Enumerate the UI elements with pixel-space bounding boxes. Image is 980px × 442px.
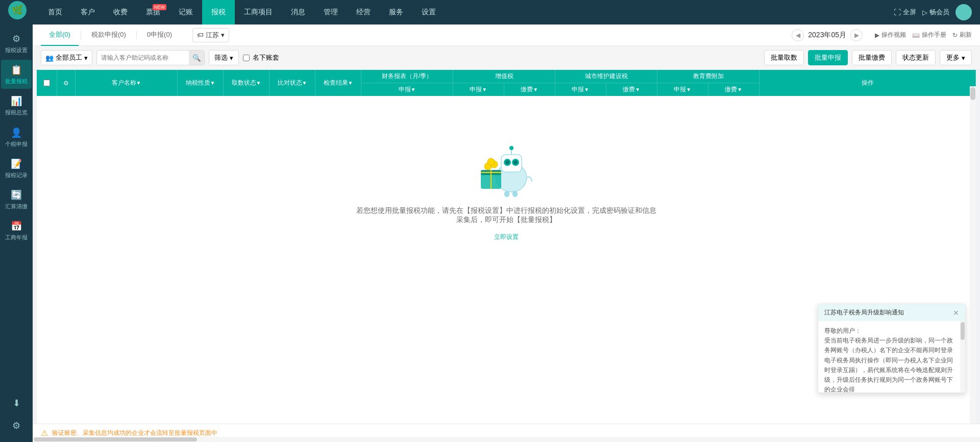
vat-pay-filter[interactable]: ▼ (533, 87, 538, 92)
city-tax-subs: 申报▼ 缴费▼ (555, 83, 657, 96)
refresh-btn[interactable]: ↻ 刷新 (952, 31, 972, 39)
prev-month-btn[interactable]: ◀ (792, 29, 804, 41)
th-operations: 操作 (760, 70, 976, 96)
select-all-checkbox[interactable] (43, 80, 50, 86)
filter-chevron-icon: ▾ (230, 54, 233, 62)
annual-report-icon: 📅 (10, 220, 22, 232)
search-button[interactable]: 🔍 (189, 50, 204, 65)
th-city-declare: 申报▼ (555, 83, 606, 96)
user-avatar[interactable] (955, 4, 972, 20)
th-edu-declare: 申报▼ (657, 83, 708, 96)
tab-all[interactable]: 全部(0) (41, 24, 79, 46)
nav-invoice[interactable]: 票据 NEW (137, 0, 169, 24)
more-btn[interactable]: 更多 ▾ (940, 50, 972, 65)
main-layout: ⚙ 报税设置 📋 批量报税 📊 报税总览 👤 个税申报 📝 报税记录 🔄 汇算清… (0, 24, 980, 442)
table-header: ⚙ 客户名称 ▼ 纳税性质 ▼ 取数状态 ▼ 比对状态 (37, 70, 976, 96)
batch-fetch-btn[interactable]: 批量取数 (764, 50, 804, 65)
th-financial-declare: 申报▼ (361, 83, 453, 96)
nav-client[interactable]: 客户 (71, 0, 104, 24)
city-pay-filter[interactable]: ▼ (635, 87, 640, 92)
th-edu-group: 教育费附加 申报▼ 缴费▼ (657, 70, 760, 96)
search-icon: 🔍 (192, 54, 201, 62)
user-settings-icon: ⚙ (10, 420, 22, 432)
setup-link[interactable]: 立即设置 (494, 233, 519, 241)
sidebar-item-tax-settings[interactable]: ⚙ 报税设置 (1, 29, 32, 58)
member-btn[interactable]: ▷ 畅会员 (922, 8, 949, 17)
city-declare-filter[interactable]: ▼ (584, 87, 589, 92)
sidebar-item-annual-report[interactable]: 📅 工商年报 (1, 216, 32, 245)
nav-tax[interactable]: 报税 (202, 0, 235, 24)
svg-rect-9 (512, 191, 518, 197)
search-input[interactable] (97, 54, 189, 61)
download-icon: ⬇ (10, 397, 22, 409)
th-tax-type: 纳税性质 ▼ (178, 70, 224, 96)
nav-business[interactable]: 工商项目 (235, 0, 282, 24)
tab-zero-declaration[interactable]: 0申报(0) (139, 24, 180, 46)
nav-menu: 首页 客户 收费 票据 NEW 记账 报税 工商项目 消息 管理 经营 服务 设… (39, 0, 894, 24)
customer-name-filter-icon[interactable]: ▼ (136, 80, 141, 86)
nav-service[interactable]: 服务 (380, 0, 412, 24)
tax-type-filter-icon[interactable]: ▼ (210, 80, 215, 86)
tax-record-icon: 📝 (10, 158, 22, 170)
sidebar-item-batch-tax[interactable]: 📋 批量报税 (1, 60, 32, 89)
notification-popup: 江苏电子税务局升级影响通知 ✕ 尊敬的用户： 受当前电子税务局进一步升级的影响，… (818, 304, 966, 393)
sidebar-item-tax-overview[interactable]: 📊 报税总览 (1, 91, 32, 120)
vat-declare-filter[interactable]: ▼ (482, 87, 487, 92)
tax-settings-icon: ⚙ (10, 33, 22, 45)
th-settings[interactable]: ⚙ (57, 70, 76, 96)
h-scroll-thumb (34, 437, 197, 441)
edu-pay-filter[interactable]: ▼ (737, 87, 742, 92)
video-tutorial-btn[interactable]: ▶ 操作视频 (875, 31, 906, 39)
main-v-scrollbar[interactable] (970, 86, 976, 424)
nav-home[interactable]: 首页 (39, 0, 71, 24)
sidebar-item-tax-record[interactable]: 📝 报税记录 (1, 154, 32, 183)
batch-pay-btn[interactable]: 批量缴费 (852, 50, 892, 65)
check-result-filter-icon[interactable]: ▼ (348, 80, 353, 86)
nav-management[interactable]: 管理 (314, 0, 347, 24)
sidebar-download[interactable]: ⬇ (1, 393, 32, 413)
nav-operations[interactable]: 经营 (347, 0, 380, 24)
tab-right-actions: ▶ 操作视频 📖 操作手册 ↻ 刷新 (875, 31, 972, 39)
notification-close-btn[interactable]: ✕ (953, 309, 959, 317)
account-checkbox-label[interactable]: 名下账套 (243, 53, 279, 62)
search-box: 🔍 (96, 50, 205, 65)
next-month-btn[interactable]: ▶ (850, 29, 863, 41)
sidebar-item-personal-tax[interactable]: 👤 个税申报 (1, 122, 32, 152)
status-update-btn[interactable]: 状态更新 (896, 50, 936, 65)
fetch-status-filter-icon[interactable]: ▼ (256, 80, 261, 86)
nav-bookkeeping[interactable]: 记账 (169, 0, 202, 24)
table-area: ⚙ 客户名称 ▼ 纳税性质 ▼ 取数状态 ▼ 比对状态 (37, 70, 976, 424)
edu-declare-filter[interactable]: ▼ (686, 87, 691, 92)
fullscreen-btn[interactable]: ⛶ 全屏 (894, 8, 916, 17)
filter-btn[interactable]: 筛选 ▾ (209, 50, 239, 65)
manual-btn[interactable]: 📖 操作手册 (912, 31, 946, 39)
main-content: 全部(0) 税款申报(0) 0申报(0) 🏷 江苏 ▾ ◀ 2023年05月 ▶ (33, 24, 980, 442)
financial-report-subs: 申报▼ (361, 83, 453, 96)
tab-divider-1 (81, 31, 81, 39)
book-icon: 📖 (912, 32, 920, 39)
th-vat-declare: 申报▼ (453, 83, 504, 96)
play-icon: ▷ (922, 9, 927, 16)
financial-declare-filter-icon[interactable]: ▼ (411, 87, 416, 92)
sidebar-user-settings[interactable]: ⚙ (1, 415, 32, 436)
nav-message[interactable]: 消息 (282, 0, 314, 24)
nav-billing[interactable]: 收费 (104, 0, 137, 24)
employee-select[interactable]: 👥 全部员工 ▾ (41, 50, 92, 65)
region-selector[interactable]: 🏷 江苏 ▾ (192, 28, 229, 42)
warning-text: 验证账密、采集信息均成功的企业才会流转至批量报税页面中 (52, 429, 217, 437)
notification-scrollbar[interactable] (960, 321, 965, 392)
nav-settings[interactable]: 设置 (412, 0, 445, 24)
th-compare-status: 比对状态 ▼ (270, 70, 315, 96)
tab-divider-2 (136, 31, 137, 39)
tab-tax-declaration[interactable]: 税款申报(0) (83, 24, 134, 46)
batch-tax-icon: 📋 (10, 64, 22, 76)
notification-header: 江苏电子税务局升级影响通知 ✕ (818, 304, 965, 321)
compare-status-filter-icon[interactable]: ▼ (302, 80, 307, 86)
batch-submit-btn[interactable]: 批量申报 (808, 50, 848, 65)
account-checkbox[interactable] (243, 55, 250, 61)
sidebar-item-annual-settlement[interactable]: 🔄 汇算清缴 (1, 185, 32, 214)
region-flag-icon: 🏷 (197, 31, 204, 39)
sidebar-bottom: ⬇ ⚙ (1, 393, 32, 442)
th-financial-report-group: 财务报表（月/季） 申报▼ (361, 70, 453, 96)
h-scrollbar[interactable] (33, 437, 980, 442)
